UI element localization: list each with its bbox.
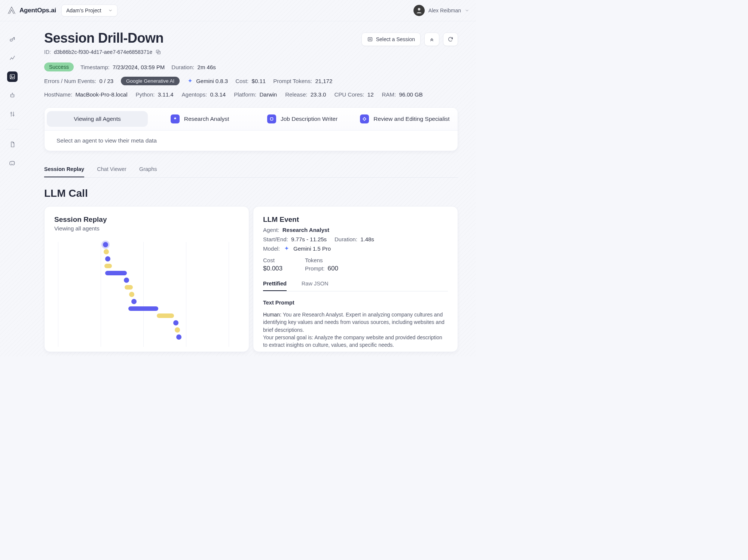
python-label: Python: xyxy=(136,91,155,98)
agents-card: Viewing all Agents Research Analyst Job … xyxy=(44,107,458,151)
agent-value: Research Analyst xyxy=(283,227,329,233)
host-label: HostName: xyxy=(44,91,72,98)
prompt-p2: Your personal goal is: Analyze the compa… xyxy=(263,334,442,348)
timeline-event[interactable] xyxy=(103,242,108,247)
copy-icon[interactable] xyxy=(155,49,161,55)
host-value: MacBook-Pro-8.local xyxy=(75,91,127,98)
tab-raw-json[interactable]: Raw JSON xyxy=(302,281,329,291)
page-title: Session Drill-Down xyxy=(44,30,164,46)
replay-title: Session Replay xyxy=(54,215,239,224)
refresh-button[interactable] xyxy=(443,33,458,46)
select-session-label: Select a Session xyxy=(376,36,415,42)
timeline-event[interactable] xyxy=(125,285,133,290)
timeline-event[interactable] xyxy=(104,264,112,268)
nav-compare[interactable] xyxy=(7,109,18,119)
timeline-event[interactable] xyxy=(104,249,109,254)
collapse-button[interactable] xyxy=(424,33,439,46)
release-label: Release: xyxy=(285,91,307,98)
errors-label: Errors / Num Events: xyxy=(44,78,96,84)
svg-point-6 xyxy=(11,95,12,96)
nav-analytics[interactable] xyxy=(7,53,18,63)
timeline-event[interactable] xyxy=(157,313,174,318)
nav-agents[interactable] xyxy=(7,90,18,101)
timestamp-value: 7/23/2024, 03:59 PM xyxy=(113,64,165,70)
agent-tab-all[interactable]: Viewing all Agents xyxy=(47,111,148,127)
chevron-down-icon xyxy=(465,8,469,13)
replay-sub: Viewing all agents xyxy=(54,225,239,232)
evt-ptok-label: Prompt: xyxy=(305,265,325,272)
agent-tab-review[interactable]: Review and Editing Specialist xyxy=(354,110,455,128)
sparkle-icon xyxy=(187,78,193,84)
agent-tab-all-label: Viewing all Agents xyxy=(74,116,121,122)
timeline-event[interactable] xyxy=(131,299,137,304)
chevrons-up-icon xyxy=(429,36,435,42)
agents-subtext: Select an agent to view their meta data xyxy=(45,131,458,151)
timeline-event[interactable] xyxy=(105,256,110,261)
timestamp-label: Timestamp: xyxy=(80,64,110,70)
user-menu[interactable]: Alex Reibman xyxy=(413,5,469,16)
prompt-heading: Text Prompt xyxy=(263,300,448,306)
svg-rect-13 xyxy=(270,118,273,120)
timeline-event[interactable] xyxy=(124,278,129,283)
svg-point-7 xyxy=(13,95,13,96)
timeline-event[interactable] xyxy=(173,320,178,325)
model-chip: Gemini 0.8.3 xyxy=(196,78,228,84)
python-value: 3.11.4 xyxy=(158,91,174,98)
session-replay-chart[interactable] xyxy=(58,242,239,347)
ptokens-label: Prompt Tokens: xyxy=(273,78,312,84)
avatar xyxy=(413,5,425,16)
tab-prettified[interactable]: Prettified xyxy=(263,281,287,291)
tab-graphs[interactable]: Graphs xyxy=(139,166,157,177)
tab-session-replay[interactable]: Session Replay xyxy=(44,166,84,177)
section-title: LLM Call xyxy=(44,187,458,199)
svg-point-8 xyxy=(11,163,12,163)
nav-discord[interactable] xyxy=(7,158,18,168)
evt-dur-label: Duration: xyxy=(335,236,357,242)
chart-grid xyxy=(58,242,239,347)
cost-value: $0.11 xyxy=(252,78,266,84)
svg-point-3 xyxy=(11,76,12,77)
timeline-event[interactable] xyxy=(128,306,158,311)
nav-sessions[interactable] xyxy=(7,71,18,82)
agentops-label: Agentops: xyxy=(182,91,207,98)
project-name: Adam's Project xyxy=(66,7,101,13)
nav-keys[interactable] xyxy=(7,34,18,45)
brand-text: AgentOps.ai xyxy=(19,7,56,14)
cost-label: Cost: xyxy=(235,78,248,84)
brand[interactable]: AgentOps.ai xyxy=(7,6,56,15)
select-session-button[interactable]: Select a Session xyxy=(361,33,421,46)
side-rail xyxy=(0,21,25,356)
id-label: ID: xyxy=(44,49,51,55)
status-badge: Success xyxy=(44,62,74,71)
nav-docs[interactable] xyxy=(7,139,18,150)
ram-label: RAM: xyxy=(382,91,396,98)
cpu-label: CPU Cores: xyxy=(334,91,364,98)
svg-rect-12 xyxy=(368,37,372,41)
agent-label: Agent: xyxy=(263,227,279,233)
project-selector[interactable]: Adam's Project xyxy=(61,4,117,16)
evt-cost-value: $0.003 xyxy=(263,265,283,272)
evt-ptok-value: 600 xyxy=(328,265,338,272)
startend-value: 9.77s - 11.25s xyxy=(291,236,327,242)
timeline-event[interactable] xyxy=(129,292,134,297)
agent-tab-research[interactable]: Research Analyst xyxy=(149,110,250,128)
agent-icon xyxy=(171,114,180,123)
timeline-event[interactable] xyxy=(105,271,127,275)
platform-value: Darwin xyxy=(260,91,277,98)
agent-tab-jdwriter[interactable]: Job Description Writer xyxy=(252,110,353,128)
svg-point-9 xyxy=(13,163,14,163)
timeline-event[interactable] xyxy=(175,327,180,333)
startend-label: Start/End: xyxy=(263,236,288,242)
ptokens-value: 21,172 xyxy=(315,78,332,84)
model-value: Gemini 1.5 Pro xyxy=(293,245,331,252)
brand-logo-icon xyxy=(7,6,16,15)
list-icon xyxy=(367,36,373,42)
errors-value: 0 / 23 xyxy=(100,78,114,84)
timeline-event[interactable] xyxy=(176,334,181,340)
agent-icon xyxy=(360,114,369,123)
provider-pill: Google Generative AI xyxy=(121,77,180,85)
session-id: d3b86b2c-f930-4d17-aee7-674e6858371e xyxy=(54,49,152,55)
agent-icon xyxy=(267,114,276,123)
sparkle-icon xyxy=(284,246,290,252)
tab-chat-viewer[interactable]: Chat Viewer xyxy=(97,166,126,177)
